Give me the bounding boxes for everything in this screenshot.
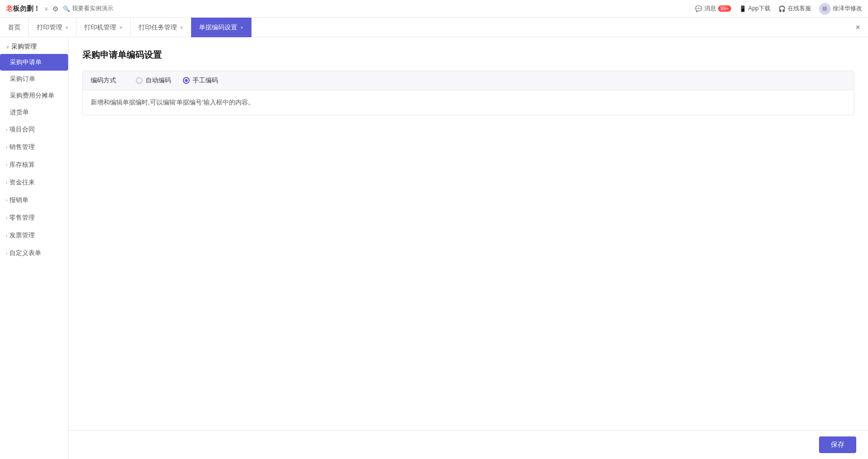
sidebar-section-custom-forms-label: 自定义表单 [9,249,41,257]
gear-icon[interactable]: ⚙ [52,5,59,13]
tab-print-task-mgmt-label: 打印任务管理 [139,23,177,32]
custom-forms-expand-icon: › [6,251,7,256]
sidebar-section-custom-forms[interactable]: › 自定义表单 [0,244,68,262]
message-icon: 💬 [695,5,702,12]
content-inner: 采购申请单编码设置 编码方式 自动编码 手工编码 [69,37,868,430]
online-service-button[interactable]: 🎧 在线客服 [778,4,811,13]
sales-mgmt-expand-icon: › [6,145,7,150]
download-icon: 📱 [739,5,746,12]
encoding-hint-text: 新增和编辑单据编时,可以编辑'单据编号'输入框中的内容。 [91,99,254,106]
auto-encoding-circle [136,77,143,84]
sidebar-section-retail-mgmt-label: 零售管理 [9,213,35,222]
purchase-collapse-icon: ∨ [6,44,9,50]
encoding-header: 编码方式 自动编码 手工编码 [83,71,854,90]
auto-encoding-label: 自动编码 [146,76,171,85]
sidebar-section-purchase[interactable]: ∨ 采购管理 [0,37,68,54]
sidebar-item-stock-in-label: 进货单 [10,108,29,116]
tab-home-label: 首页 [8,23,21,32]
tab-print-mgmt[interactable]: 打印管理 × [29,18,76,37]
manual-encoding-circle [183,77,190,84]
encoding-section: 编码方式 自动编码 手工编码 [82,71,854,115]
tab-printer-mgmt-close[interactable]: × [119,25,122,30]
content-area: 采购申请单编码设置 编码方式 自动编码 手工编码 [69,37,868,459]
sidebar-section-finance[interactable]: › 资金往来 [0,174,68,191]
online-service-label: 在线客服 [788,4,811,13]
message-button[interactable]: 💬 消息 99+ [695,4,731,13]
tab-barcode-setting-close[interactable]: × [240,25,243,30]
tab-print-mgmt-label: 打印管理 [37,23,62,32]
sidebar-section-invoice-mgmt[interactable]: › 发票管理 [0,227,68,244]
user-name: 徐泽华修改 [833,4,862,13]
auto-encoding-radio[interactable]: 自动编码 [136,76,171,85]
sidebar-section-project-contract-label: 项目合同 [9,125,35,134]
sidebar-section-retail-mgmt[interactable]: › 零售管理 [0,209,68,227]
manual-encoding-label: 手工编码 [193,76,218,85]
encoding-radio-group: 自动编码 手工编码 [136,76,218,85]
encoding-body: 新增和编辑单据编时,可以编辑'单据编号'输入框中的内容。 [83,90,854,115]
user-profile[interactable]: 徐 徐泽华修改 [819,3,862,15]
tab-print-mgmt-close[interactable]: × [65,25,68,30]
search-placeholder-text: 我要看实例演示 [72,4,113,13]
retail-mgmt-expand-icon: › [6,215,7,221]
app-logo: 老板勿删！ [6,4,40,13]
chevron-down-icon[interactable]: ∨ [44,5,49,12]
top-bar: 老板勿删！ ∨ ⚙ 🔍 我要看实例演示 💬 消息 99+ 📱 App下载 🎧 在… [0,0,868,18]
invoice-mgmt-expand-icon: › [6,233,7,238]
sidebar-item-purchase-expense-label: 采购费用分摊单 [10,92,54,99]
service-icon: 🎧 [778,5,786,12]
tab-printer-mgmt-label: 打印机管理 [84,23,116,32]
page-title: 采购申请单编码设置 [82,49,854,61]
search-icon: 🔍 [63,5,70,12]
sidebar-item-purchase-request[interactable]: 采购申请单 [0,54,68,71]
avatar: 徐 [819,3,831,15]
sidebar-section-inventory-label: 库存核算 [9,160,35,169]
footer-bar: 保存 [69,430,868,459]
finance-expand-icon: › [6,180,7,185]
manual-encoding-radio[interactable]: 手工编码 [183,76,218,85]
tab-printer-mgmt[interactable]: 打印机管理 × [76,18,130,37]
sidebar-item-stock-in[interactable]: 进货单 [0,104,68,121]
top-bar-left: 老板勿删！ ∨ ⚙ 🔍 我要看实例演示 [6,4,113,13]
sidebar-section-sales-mgmt[interactable]: › 销售管理 [0,138,68,156]
save-button[interactable]: 保存 [819,436,856,453]
tab-bar: 首页 打印管理 × 打印机管理 × 打印任务管理 × 单据编码设置 × × [0,18,868,37]
tab-barcode-setting-label: 单据编码设置 [199,23,237,32]
sidebar-section-returns[interactable]: › 报销单 [0,191,68,209]
sidebar-section-inventory[interactable]: › 库存核算 [0,156,68,174]
app-download-label: App下载 [748,4,770,13]
inventory-expand-icon: › [6,162,7,168]
sidebar-item-purchase-expense[interactable]: 采购费用分摊单 [0,87,68,104]
sidebar-item-purchase-request-label: 采购申请单 [10,58,42,66]
manual-encoding-dot [185,79,188,82]
message-label: 消息 [704,4,716,13]
app-download-button[interactable]: 📱 App下载 [739,4,770,13]
sidebar: ∨ 采购管理 采购申请单 采购订单 采购费用分摊单 进货单 › 项目合同 › 销… [0,37,69,459]
sidebar-section-finance-label: 资金往来 [9,178,35,187]
project-contract-expand-icon: › [6,127,7,132]
returns-expand-icon: › [6,198,7,203]
tab-home[interactable]: 首页 [0,18,29,37]
sidebar-item-purchase-order-label: 采购订单 [10,75,35,82]
encoding-method-label: 编码方式 [91,76,116,85]
sidebar-item-purchase-order[interactable]: 采购订单 [0,71,68,87]
sidebar-section-purchase-label: 采购管理 [11,42,37,51]
search-bar[interactable]: 🔍 我要看实例演示 [63,4,113,13]
tab-print-task-mgmt-close[interactable]: × [180,25,183,30]
tab-bar-close-button[interactable]: × [848,23,868,32]
sidebar-section-sales-mgmt-label: 销售管理 [9,143,35,152]
top-bar-right: 💬 消息 99+ 📱 App下载 🎧 在线客服 徐 徐泽华修改 [695,3,862,15]
tab-print-task-mgmt[interactable]: 打印任务管理 × [131,18,191,37]
sidebar-section-invoice-mgmt-label: 发票管理 [9,231,35,240]
sidebar-section-project-contract[interactable]: › 项目合同 [0,121,68,138]
main-layout: ∨ 采购管理 采购申请单 采购订单 采购费用分摊单 进货单 › 项目合同 › 销… [0,37,868,459]
message-badge: 99+ [718,5,731,12]
tab-barcode-setting[interactable]: 单据编码设置 × [191,18,251,37]
sidebar-section-returns-label: 报销单 [9,196,28,204]
